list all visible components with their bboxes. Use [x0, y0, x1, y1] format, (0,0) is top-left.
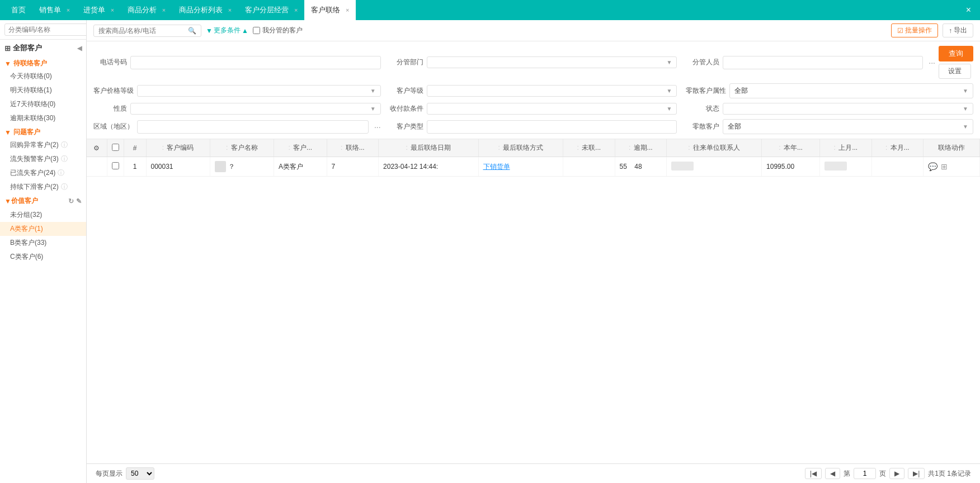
query-btn[interactable]: 查询: [939, 46, 973, 61]
row-last-month: [820, 157, 872, 177]
collapse-sidebar-icon[interactable]: ◀: [77, 45, 82, 52]
sidebar-item-churn-warning[interactable]: 流失预警客户(3) ⓘ: [0, 152, 86, 166]
col-no-contact-header[interactable]: : 未联...: [563, 139, 615, 157]
sidebar-all-customers[interactable]: ⊞ 全部客户 ◀: [0, 40, 86, 56]
sidebar-item-today[interactable]: 今天待联络(0): [0, 69, 86, 83]
close-analysis-tab[interactable]: ×: [162, 7, 166, 13]
col-contact-count-header[interactable]: : 联络...: [327, 139, 379, 157]
last-page-btn[interactable]: ▶|: [908, 468, 925, 479]
export-btn[interactable]: ↑ 导出: [943, 23, 973, 37]
search-icon[interactable]: 🔍: [188, 27, 196, 35]
group-triangle-icon3: ▼: [4, 197, 11, 205]
customer-type-input[interactable]: [427, 120, 677, 134]
footer-per-page: 每页显示 50 100 200: [96, 467, 154, 480]
close-customer-contact-tab[interactable]: ×: [346, 7, 349, 13]
nav-tab-sales[interactable]: 销售单 ×: [32, 0, 77, 20]
qr-icon[interactable]: ⊞: [941, 162, 948, 171]
nav-tab-customer-contact[interactable]: 客户联络 ×: [304, 0, 356, 20]
filter-row-manager: 分管人员 ··· 查询 设置: [686, 46, 973, 79]
nature-select[interactable]: ▼: [130, 103, 381, 115]
sidebar-item-declining[interactable]: 持续下滑客户(2) ⓘ: [0, 180, 86, 194]
prev-page-btn[interactable]: ◀: [825, 468, 840, 479]
value-group-icons: ↻ ✎: [68, 197, 82, 205]
retail-attr-select[interactable]: 全部 ▼: [729, 83, 973, 98]
close-customer-layer-tab[interactable]: ×: [294, 7, 298, 13]
nav-tab-purchase[interactable]: 进货单 ×: [77, 0, 121, 20]
close-analysis-list-tab[interactable]: ×: [228, 7, 232, 13]
manager-label: 分管人员: [686, 58, 719, 67]
gear-icon[interactable]: ⚙: [93, 144, 100, 152]
per-page-select[interactable]: 50 100 200: [126, 467, 154, 480]
table-row: 1 000031 ？ A类客户 7 2023-04-12 14:44:: [87, 157, 980, 177]
row-check[interactable]: [112, 162, 119, 169]
my-customers-checkbox[interactable]: 我分管的客户: [253, 26, 303, 35]
next-page-btn[interactable]: ▶: [889, 468, 904, 479]
sidebar-item-a-class[interactable]: A类客户(1): [0, 222, 86, 236]
nav-tab-analysis-list[interactable]: 商品分析列表 ×: [172, 0, 238, 20]
more-filters-btn[interactable]: ▼ 更多条件 ▲: [206, 26, 248, 35]
col-this-year-header[interactable]: : 本年...: [762, 139, 820, 157]
payment-select[interactable]: ▼: [427, 103, 677, 115]
col-overdue-header[interactable]: : 逾期...: [615, 139, 667, 157]
col-last-contact-date-header[interactable]: : 最后联络日期: [379, 139, 478, 157]
sidebar-item-tomorrow[interactable]: 明天待联络(1): [0, 83, 86, 97]
price-level-label: 客户价格等级: [93, 86, 134, 96]
close-sales-tab[interactable]: ×: [67, 7, 70, 13]
nav-tab-customer-layer[interactable]: 客户分层经营 ×: [238, 0, 304, 20]
manager-input[interactable]: [723, 56, 923, 69]
settings-btn[interactable]: 设置: [939, 64, 971, 79]
sidebar-group-pending[interactable]: ▼ 待联络客户: [0, 56, 86, 69]
col-last-month-header[interactable]: : 上月...: [820, 139, 872, 157]
chat-icon[interactable]: 💬: [928, 162, 937, 171]
col-name-header[interactable]: : 客户名称: [210, 139, 274, 157]
row-code: 000031: [146, 157, 210, 177]
status-select[interactable]: ▼: [723, 103, 973, 115]
dept-select[interactable]: ▼: [427, 56, 677, 68]
sidebar-search-area: 🔍: [0, 20, 86, 40]
sidebar-group-value[interactable]: ▼ 价值客户 ↻ ✎: [0, 194, 86, 208]
edit-icon[interactable]: ✎: [76, 197, 82, 205]
advanced-filter-panel: 电话号码 分管部门 ▼ 分管人员 ··· 查询 设置: [87, 41, 980, 139]
col-code-header[interactable]: : 客户编码: [146, 139, 210, 157]
customer-table: ⚙ # : 客户编码 : 客户名称: [87, 139, 980, 177]
region-dots[interactable]: ···: [374, 122, 381, 131]
sidebar-group-problem[interactable]: ▼ 问题客户: [0, 125, 86, 138]
region-input[interactable]: [137, 120, 369, 134]
filter-icon: ▼: [206, 27, 213, 35]
table-footer: 每页显示 50 100 200 |◀ ◀ 第 页 ▶ ▶| 共1页 1条记录: [87, 463, 980, 483]
check-all-checkbox[interactable]: [112, 144, 119, 151]
sidebar-item-c-class[interactable]: C类客户(6): [0, 250, 86, 264]
sidebar-item-unclassified[interactable]: 未分组(32): [0, 208, 86, 222]
retail-select[interactable]: 全部 ▼: [723, 119, 973, 134]
group-triangle-icon: ▼: [4, 60, 11, 68]
sidebar-item-b-class[interactable]: B类客户(33): [0, 236, 86, 250]
manager-dots[interactable]: ···: [929, 58, 935, 67]
sidebar-item-overdue[interactable]: 逾期未联络(30): [0, 111, 86, 125]
col-last-contact-method-header[interactable]: : 最后联络方式: [478, 139, 563, 157]
col-customer-type-header[interactable]: : 客户...: [274, 139, 327, 157]
page-number-input[interactable]: [854, 468, 876, 479]
my-customers-check[interactable]: [253, 27, 260, 34]
refresh-icon[interactable]: ↻: [68, 197, 74, 205]
nav-home[interactable]: 首页: [4, 0, 32, 20]
close-purchase-tab[interactable]: ×: [111, 7, 114, 13]
contact-method-link[interactable]: 下销货单: [483, 163, 510, 171]
row-checkbox[interactable]: [107, 157, 124, 177]
group-triangle-icon2: ▼: [4, 129, 11, 136]
row-gear: [87, 157, 107, 177]
col-this-month-header[interactable]: : 本月...: [871, 139, 924, 157]
sidebar-item-lost[interactable]: 已流失客户(24) ⓘ: [0, 166, 86, 180]
first-page-btn[interactable]: |◀: [805, 468, 822, 479]
col-check-all[interactable]: [107, 139, 124, 157]
sidebar-item-repurchase-abnormal[interactable]: 回购异常客户(2) ⓘ: [0, 138, 86, 152]
customer-level-select[interactable]: ▼: [427, 85, 677, 97]
col-contact-person-header[interactable]: : 往来单位联系人: [667, 139, 762, 157]
search-input[interactable]: [98, 27, 188, 35]
batch-op-btn[interactable]: ☑ 批量操作: [891, 23, 938, 37]
sidebar-search-input[interactable]: [4, 23, 87, 36]
price-level-select[interactable]: ▼: [137, 85, 381, 97]
close-all-tabs[interactable]: ×: [962, 5, 976, 15]
sidebar-item-7days[interactable]: 近7天待联络(0): [0, 97, 86, 111]
nav-tab-analysis[interactable]: 商品分析 ×: [121, 0, 172, 20]
phone-input[interactable]: [130, 56, 381, 69]
